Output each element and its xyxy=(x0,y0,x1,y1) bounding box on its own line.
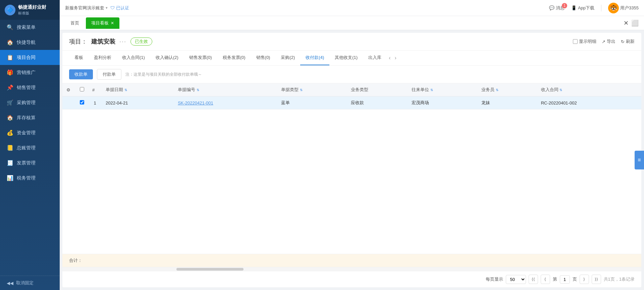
sidebar-item-ledger[interactable]: 📒 总账管理 xyxy=(0,140,60,155)
col-income-contract[interactable]: 收入合同 ⇅ xyxy=(537,83,641,96)
page-prev-button[interactable]: ⟨ xyxy=(541,275,550,284)
filter-note: 注：这里是与项目关联的全部收付款单哦～ xyxy=(125,72,202,77)
sidebar-item-contract[interactable]: 📋 项目合同 xyxy=(0,50,60,65)
user-name: 用户3355 xyxy=(620,5,639,11)
sub-tab-income-confirm[interactable]: 收入确认(2) xyxy=(150,51,184,65)
col-check[interactable] xyxy=(76,83,88,96)
select-all-checkbox[interactable] xyxy=(80,87,84,91)
sidebar-item-invoice[interactable]: 🧾 发票管理 xyxy=(0,155,60,170)
message-button[interactable]: 💬 消息 1 xyxy=(549,5,565,11)
tab-home[interactable]: 首页 xyxy=(65,17,85,29)
sub-tab-income-contract[interactable]: 收入合同(1) xyxy=(117,51,150,65)
sub-tab-income-contract-label: 收入合同(1) xyxy=(122,55,145,60)
per-page-select[interactable]: 50 20 100 xyxy=(506,275,526,284)
col-salesman[interactable]: 业务员 ⇅ xyxy=(477,83,537,96)
sidebar-item-inventory[interactable]: 🏠 库存核算 xyxy=(0,110,60,125)
window-close-icon[interactable]: ✕ xyxy=(624,19,629,27)
purchase-icon: 🛒 xyxy=(7,99,13,106)
tab-close-icon[interactable]: ✕ xyxy=(111,21,114,25)
sidebar-unpin-button[interactable]: ◀◀ 取消固定 xyxy=(0,276,60,290)
refresh-icon: ↻ xyxy=(621,39,625,44)
gift-icon: 🎁 xyxy=(7,69,13,76)
col-income-contract-label: 收入合同 xyxy=(541,87,558,92)
table-scrollbar[interactable] xyxy=(62,267,641,271)
project-header-actions: 显示明细 ↗ 导出 ↻ 刷新 xyxy=(573,39,635,45)
main-area: 新服务官网演示账套 ▾ 🛡 已认证 💬 消息 1 📱 App下载 🐯 用户335… xyxy=(60,0,644,290)
sub-tab-other-income[interactable]: 其他收支(1) xyxy=(329,51,363,65)
app-download-label: App下载 xyxy=(578,5,594,11)
sidebar-item-search[interactable]: 🔍 搜索菜单 xyxy=(0,20,60,35)
row-income-contract-cell: RC-20220401-002 xyxy=(537,96,641,110)
sub-tab-tax-invoice[interactable]: 税务发票(0) xyxy=(217,51,251,65)
user-menu[interactable]: 🐯 用户3355 xyxy=(608,3,639,13)
per-page-label: 每页显示 xyxy=(486,276,503,282)
row-settings-cell xyxy=(62,96,76,110)
contract-icon: 📋 xyxy=(7,54,13,61)
show-detail-label: 显示明细 xyxy=(579,39,596,45)
sidebar-item-sales[interactable]: 📌 销售管理 xyxy=(0,80,60,95)
float-side-button[interactable]: ≡ xyxy=(635,151,644,169)
sub-tab-sales-invoice[interactable]: 销售发票(0) xyxy=(184,51,217,65)
sidebar-item-label-ledger: 总账管理 xyxy=(17,145,36,151)
sub-tab-purchase-label: 采购(2) xyxy=(281,55,295,60)
col-partner[interactable]: 往来单位 ⇅ xyxy=(408,83,477,96)
topbar-left: 新服务官网演示账套 ▾ 🛡 已认证 xyxy=(65,5,544,11)
sidebar-item-fund[interactable]: 💰 资金管理 xyxy=(0,125,60,140)
chevron-down-icon: ▾ xyxy=(106,6,108,10)
page-last-button[interactable]: ⟩⟩ xyxy=(592,275,601,284)
row-checkbox[interactable] xyxy=(80,100,84,104)
sub-tab-board[interactable]: 看板 xyxy=(69,51,89,65)
topbar-right: 💬 消息 1 📱 App下载 🐯 用户3355 xyxy=(549,3,639,13)
sub-tab-purchase[interactable]: 采购(2) xyxy=(275,51,300,65)
sidebar-item-marketing[interactable]: 🎁 营销推广 xyxy=(0,65,60,80)
col-date-label: 单据日期 xyxy=(106,87,123,92)
sub-tab-sales[interactable]: 销售(0) xyxy=(251,51,276,65)
avatar: 🐯 xyxy=(608,3,619,13)
row-code-cell[interactable]: SK-20220421-001 xyxy=(174,96,277,110)
col-date[interactable]: 单据日期 ⇅ xyxy=(102,83,174,96)
window-maximize-icon[interactable]: ⬜ xyxy=(631,19,639,27)
sub-tab-receipt[interactable]: 收付款(4) xyxy=(300,51,329,65)
row-type-cell: 蓝单 xyxy=(277,96,347,110)
refresh-button[interactable]: ↻ 刷新 xyxy=(621,39,635,45)
app-download-button[interactable]: 📱 App下载 xyxy=(571,5,594,11)
receipt-code-link[interactable]: SK-20220421-001 xyxy=(178,100,213,105)
tab-project-board-label: 项目看板 xyxy=(91,20,109,26)
table-row[interactable]: 1 2022-04-21 SK-20220421-001 蓝单 应收款 宏茂商场… xyxy=(62,96,641,110)
export-button[interactable]: ↗ 导出 xyxy=(602,39,615,45)
sidebar-item-label-invoice: 发票管理 xyxy=(17,160,36,166)
message-badge: 1 xyxy=(562,3,567,8)
sidebar-item-tax[interactable]: 📊 税务管理 xyxy=(0,170,60,186)
sidebar-item-purchase[interactable]: 🛒 采购管理 xyxy=(0,95,60,110)
col-code[interactable]: 单据编号 ⇅ xyxy=(174,83,277,96)
receipt-bill-button[interactable]: 收款单 xyxy=(69,69,93,79)
row-check-cell[interactable] xyxy=(76,96,88,110)
col-settings[interactable]: ⚙ xyxy=(62,83,76,96)
unpin-icon: ◀◀ xyxy=(7,281,13,286)
show-detail-checkbox[interactable]: 显示明细 xyxy=(573,39,596,45)
ledger-icon: 📒 xyxy=(7,145,13,151)
page-next-button[interactable]: ⟩ xyxy=(580,275,589,284)
sub-tab-stock-inout[interactable]: 出入库 xyxy=(363,51,387,65)
page-input[interactable] xyxy=(560,275,570,284)
sidebar-item-quicknav[interactable]: 🏠 快捷导航 xyxy=(0,35,60,50)
account-selector[interactable]: 新服务官网演示账套 ▾ xyxy=(65,5,108,11)
search-icon: 🔍 xyxy=(7,24,13,30)
sub-nav-left-arrow[interactable]: ‹ xyxy=(387,55,392,61)
table-header-row: ⚙ # 单据日期 ⇅ 单据编号 xyxy=(62,83,641,96)
sub-nav-right-arrow[interactable]: › xyxy=(392,55,398,61)
mobile-icon: 📱 xyxy=(571,5,577,10)
sub-tab-receipt-label: 收付款(4) xyxy=(306,55,324,60)
sub-tab-profit[interactable]: 盈利分析 xyxy=(89,51,117,65)
page-first-button[interactable]: ⟨⟨ xyxy=(529,275,538,284)
page-wrapper: 项目： 建筑安装 ··· 已生效 显示明细 ↗ 导出 ↻ 刷新 xyxy=(60,30,644,290)
invoice-icon: 🧾 xyxy=(7,160,13,166)
payment-bill-button[interactable]: 付款单 xyxy=(97,69,121,80)
col-type[interactable]: 单据类型 ⇅ xyxy=(277,83,347,96)
sidebar-bottom-label: 取消固定 xyxy=(16,280,34,286)
sidebar-item-label-marketing: 营销推广 xyxy=(17,70,36,76)
refresh-label: 刷新 xyxy=(626,39,635,45)
scrollbar-thumb[interactable] xyxy=(176,268,244,271)
tab-project-board[interactable]: 项目看板 ✕ xyxy=(86,17,119,29)
project-more-menu[interactable]: ··· xyxy=(119,38,126,45)
